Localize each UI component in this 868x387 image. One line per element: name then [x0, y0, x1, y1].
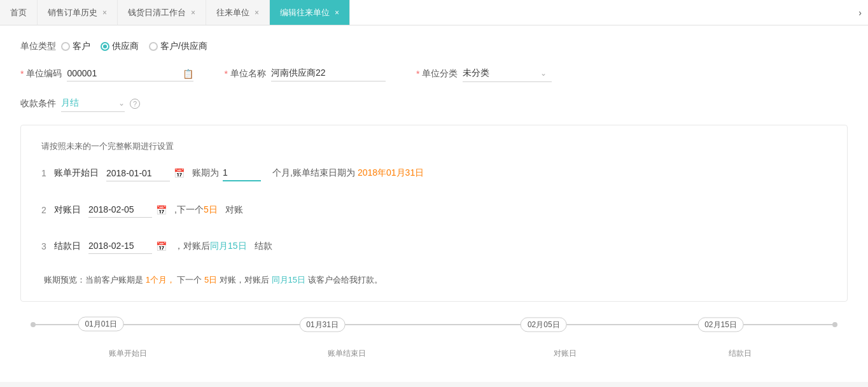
category-field-group: * 单位分类 未分类 ⌄: [416, 65, 552, 82]
tabs-bar: 首页 销售订单历史 × 钱货日清工作台 × 往来单位 × 编辑往来单位 × ›: [0, 0, 868, 25]
timeline-seg-4: 02月15日: [655, 324, 832, 325]
name-input[interactable]: [271, 66, 386, 81]
tab-sales-history-label: 销售订单历史: [48, 7, 97, 18]
preview-highlight2: 5日: [204, 275, 217, 285]
period-months-input[interactable]: [223, 165, 261, 181]
tab-cash-work[interactable]: 钱货日清工作台 ×: [118, 0, 206, 25]
tab-sales-history[interactable]: 销售订单历史 ×: [38, 0, 118, 25]
code-copy-icon[interactable]: 📋: [183, 69, 193, 79]
name-required-mark: *: [224, 69, 227, 79]
category-arrow-icon: ⌄: [540, 69, 547, 78]
payment-help-icon[interactable]: ?: [130, 99, 140, 109]
period-date-1[interactable]: [106, 165, 170, 181]
period-cal-icon-3[interactable]: 📅: [156, 241, 167, 251]
timeline-pill-2: 01月31日: [299, 318, 346, 332]
code-required-mark: *: [20, 69, 24, 79]
timeline-node-2: 01月31日: [299, 318, 346, 332]
preview-text2: 对账，对账后: [220, 275, 269, 285]
close-partner-icon[interactable]: ×: [255, 8, 259, 17]
timeline-pill-4: 02月15日: [697, 318, 744, 332]
category-select[interactable]: 未分类 ⌄: [463, 65, 552, 82]
timeline-label-2: 账单结束日: [216, 348, 478, 359]
tab-edit-partner[interactable]: 编辑往来单位 ×: [270, 0, 350, 25]
name-field-group: * 单位名称: [224, 66, 385, 81]
timeline-labels: 账单开始日 账单结束日 对账日 结款日: [31, 348, 837, 359]
close-cash-work-icon[interactable]: ×: [191, 8, 195, 17]
timeline-seg-1: 01月01日: [36, 324, 213, 325]
period-day-highlight-2: 5日: [204, 204, 218, 216]
period-num-1: 1: [41, 168, 54, 178]
code-input[interactable]: [67, 66, 193, 81]
tab-partner-label: 往来单位: [216, 7, 249, 18]
radio-supplier-circle: [101, 42, 109, 51]
payment-row: 收款条件 月结 ⌄ ?: [20, 95, 848, 112]
payment-select[interactable]: 月结 ⌄: [61, 95, 125, 112]
tab-home[interactable]: 首页: [0, 0, 38, 25]
radio-both[interactable]: 客户/供应商: [149, 41, 207, 52]
period-end-date-highlight: 2018年01月31日: [358, 167, 424, 179]
period-desc-3-suffix: 结款: [255, 241, 272, 252]
preview-text: 账期预览：当前客户账期是 1个月， 下一个 5日 对账，对账后 同月15日 该客…: [41, 274, 827, 286]
name-label: 单位名称: [230, 68, 266, 80]
timeline-start-dot: [31, 322, 36, 327]
timeline-label-text-2: 账单结束日: [328, 349, 366, 358]
timeline-label-text-4: 结款日: [729, 349, 752, 358]
period-day-highlight-3: 同月15日: [210, 241, 247, 252]
category-value: 未分类: [463, 67, 538, 79]
period-row-3: 3 结款日 📅 ，对账后 同月15日 结款: [41, 238, 827, 259]
preview-highlight3: 同月15日: [272, 275, 305, 285]
period-num-2: 2: [41, 205, 54, 215]
radio-customer[interactable]: 客户: [61, 41, 90, 52]
period-cal-icon-2[interactable]: 📅: [156, 205, 167, 215]
radio-both-circle: [149, 42, 158, 51]
period-desc-2-suffix: 对账: [225, 204, 243, 216]
timeline-node-1: 01月01日: [78, 317, 124, 333]
timeline-label-text-1: 账单开始日: [109, 349, 147, 358]
code-name-category-row: * 单位编码 📋 * 单位名称 * 单位分类 未分类 ⌄: [20, 65, 848, 82]
period-label-1: 账单开始日: [54, 167, 99, 179]
timeline-label-3: 对账日: [478, 348, 653, 359]
period-box: 请按照未来的一个完整帐期进行设置 1 账单开始日 📅 账期为 个月,账单结束日期…: [20, 125, 848, 302]
code-input-wrapper: 📋: [67, 66, 193, 81]
timeline-label-4: 结款日: [652, 348, 827, 359]
period-label-3: 结款日: [54, 241, 81, 252]
tab-edit-partner-label: 编辑往来单位: [280, 7, 330, 18]
period-desc-2-prefix: ,下一个: [174, 204, 204, 216]
period-row-1: 1 账单开始日 📅 账期为 个月,账单结束日期为 2018年01月31日: [41, 165, 827, 186]
timeline-pill-1: 01月01日: [78, 317, 124, 332]
period-date-2[interactable]: [88, 202, 152, 218]
close-edit-partner-icon[interactable]: ×: [335, 8, 339, 17]
timeline-track: 01月01日 01月31日 02月05日 02月15日: [31, 322, 837, 327]
period-cal-icon-1[interactable]: 📅: [174, 168, 185, 178]
timeline-seg-2: 01月31日: [213, 324, 478, 325]
unit-type-row: 单位类型 客户 供应商 客户/供应商: [20, 41, 848, 52]
code-label: 单位编码: [26, 68, 62, 80]
period-date-3[interactable]: [88, 238, 152, 254]
period-desc-after-1: 个月,账单结束日期为: [272, 167, 355, 179]
tab-home-label: 首页: [10, 7, 27, 18]
period-label-2: 对账日: [54, 204, 81, 216]
tab-partner[interactable]: 往来单位 ×: [206, 0, 270, 25]
unit-type-radio-group: 客户 供应商 客户/供应商: [61, 41, 207, 52]
timeline-label-1: 账单开始日: [41, 348, 216, 359]
preview-suffix: 该客户会给我打款。: [308, 275, 382, 285]
payment-value: 月结: [61, 97, 116, 109]
preview-prefix: 账期预览：当前客户账期是: [44, 275, 143, 285]
main-content: 单位类型 客户 供应商 客户/供应商 * 单位编码 📋: [0, 25, 868, 382]
timeline-node-3: 02月05日: [521, 318, 567, 332]
unit-type-label: 单位类型: [20, 41, 56, 52]
close-sales-history-icon[interactable]: ×: [102, 8, 107, 17]
timeline-end-dot: [832, 322, 837, 327]
radio-both-label: 客户/供应商: [160, 41, 207, 52]
timeline-node-4: 02月15日: [697, 318, 744, 332]
tab-cash-work-label: 钱货日清工作台: [128, 7, 186, 18]
radio-supplier[interactable]: 供应商: [101, 41, 139, 52]
timeline-pill-3: 02月05日: [521, 318, 567, 332]
timeline-wrapper: 01月01日 01月31日 02月05日 02月15日: [20, 317, 848, 364]
tab-arrow-icon[interactable]: ›: [852, 0, 868, 25]
payment-label: 收款条件: [20, 98, 56, 109]
timeline-label-text-3: 对账日: [554, 349, 577, 358]
period-row-2: 2 对账日 📅 ,下一个 5日 对账: [41, 202, 827, 223]
period-desc-before-1: 账期为: [192, 167, 219, 179]
category-label: 单位分类: [422, 68, 458, 80]
